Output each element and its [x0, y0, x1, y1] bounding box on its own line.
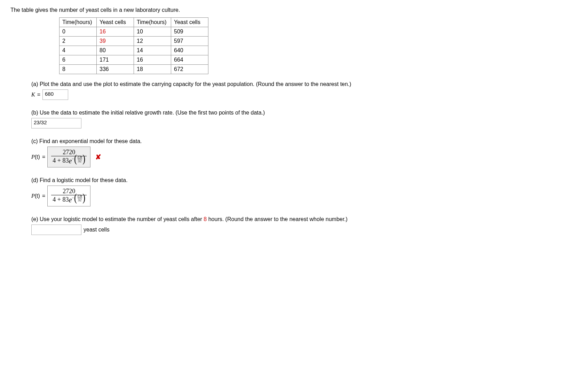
part-c-answer-row: P(t) = 2720 4 + 83 e − ( 23t: [31, 147, 578, 167]
table-cell: 4: [59, 46, 97, 55]
question-intro: The table gives the number of yeast cell…: [10, 7, 578, 13]
table-cell: 640: [171, 46, 208, 55]
table-row: 2 39 12 597: [59, 37, 208, 46]
table-cell: 672: [171, 65, 208, 74]
table-cell: 336: [97, 65, 134, 74]
table-cell: 16: [134, 55, 171, 65]
part-d: (d) Find a logistic model for these data…: [31, 177, 578, 206]
incorrect-icon: ✘: [95, 153, 101, 161]
table-row: 0 16 10 509: [59, 27, 208, 37]
col-header: Time(hours): [59, 18, 97, 27]
part-b-answer-row: 23/32: [31, 118, 578, 128]
table-cell: 14: [134, 46, 171, 55]
part-b-prompt: (b) Use the data to estimate the initial…: [31, 110, 578, 116]
part-d-answer-row: P(t) = 2720 4 + 83 e − ( 23t: [31, 186, 578, 206]
fraction-denominator: 4 + 83 e − ( 23t 32 ): [51, 156, 87, 165]
part-e-prompt: (e) Use your logistic model to estimate …: [31, 216, 578, 222]
exponent: − ( 23t 32 ): [72, 194, 85, 202]
table-cell: 80: [97, 46, 134, 55]
part-e: (e) Use your logistic model to estimate …: [31, 216, 578, 235]
part-c: (c) Find an exponential model for these …: [31, 138, 578, 167]
table-cell: 2: [59, 37, 97, 46]
part-c-prompt: (c) Find an exponential model for these …: [31, 138, 578, 144]
part-e-answer-row: yeast cells: [31, 225, 578, 235]
equals-text: =: [42, 193, 45, 199]
table-cell: 10: [134, 27, 171, 37]
table-cell: 171: [97, 55, 134, 65]
part-d-formula-input[interactable]: 2720 4 + 83 e − ( 23t 32: [47, 186, 90, 206]
table-header-row: Time(hours) Yeast cells Time(hours) Yeas…: [59, 18, 208, 27]
part-a-prompt: (a) Plot the data and use the plot to es…: [31, 81, 578, 87]
part-a-input[interactable]: 680: [42, 89, 68, 100]
exponent: − ( 23t 32 ): [72, 155, 85, 163]
unit-label: yeast cells: [84, 227, 110, 233]
table-row: 8 336 18 672: [59, 65, 208, 74]
table-cell: 0: [59, 27, 97, 37]
col-header: Time(hours): [134, 18, 171, 27]
table-cell: 16: [97, 27, 134, 37]
table-cell: 18: [134, 65, 171, 74]
highlight-number: 8: [204, 216, 207, 222]
table-cell: 12: [134, 37, 171, 46]
small-fraction: 23t 32: [77, 194, 82, 202]
equals-text: =: [37, 92, 40, 98]
table-row: 4 80 14 640: [59, 46, 208, 55]
function-label: P(t): [31, 154, 40, 160]
table-row: 6 171 16 664: [59, 55, 208, 65]
table-cell: 597: [171, 37, 208, 46]
fraction: 2720 4 + 83 e − ( 23t 32: [51, 149, 87, 165]
data-table: Time(hours) Yeast cells Time(hours) Yeas…: [59, 17, 208, 74]
fraction: 2720 4 + 83 e − ( 23t 32: [51, 188, 87, 204]
equals-text: =: [42, 154, 45, 160]
col-header: Yeast cells: [171, 18, 208, 27]
exponential-term: e − ( 23t 32 ): [69, 157, 85, 165]
exponential-term: e − ( 23t 32 ): [69, 196, 85, 204]
fraction-denominator: 4 + 83 e − ( 23t 32 ): [51, 195, 87, 204]
question-container: The table gives the number of yeast cell…: [10, 7, 578, 235]
table-cell: 664: [171, 55, 208, 65]
part-d-prompt: (d) Find a logistic model for these data…: [31, 177, 578, 183]
col-header: Yeast cells: [97, 18, 134, 27]
part-e-input[interactable]: [31, 225, 81, 235]
part-b: (b) Use the data to estimate the initial…: [31, 110, 578, 128]
function-label: P(t): [31, 193, 40, 199]
table-cell: 39: [97, 37, 134, 46]
part-c-formula-input[interactable]: 2720 4 + 83 e − ( 23t 32: [47, 147, 90, 167]
table-cell: 8: [59, 65, 97, 74]
part-a: (a) Plot the data and use the plot to es…: [31, 81, 578, 100]
small-fraction: 23t 32: [77, 155, 82, 163]
variable-k: K: [31, 92, 35, 98]
part-b-input[interactable]: 23/32: [31, 118, 81, 128]
table-cell: 509: [171, 27, 208, 37]
table-cell: 6: [59, 55, 97, 65]
part-a-answer-row: K = 680: [31, 89, 578, 100]
